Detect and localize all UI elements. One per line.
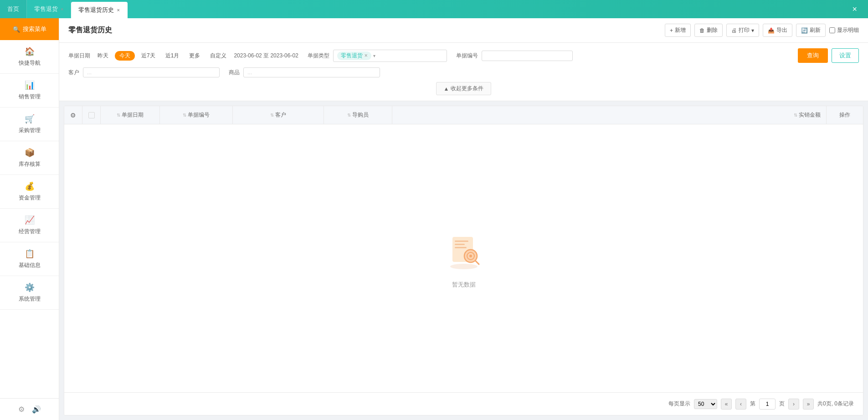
sidebar-item-quick-nav[interactable]: 🏠 快捷导航 <box>0 40 59 74</box>
date-btn-1month[interactable]: 近1月 <box>162 51 183 61</box>
sidebar-item-purchase[interactable]: 🛒 采购管理 <box>0 108 59 141</box>
tab-retail-return-close[interactable]: × <box>61 6 63 12</box>
doc-num-input[interactable] <box>482 51 573 61</box>
doc-type-dropdown-icon[interactable]: ▾ <box>373 53 375 58</box>
new-button[interactable]: + 新增 <box>665 24 691 37</box>
sidebar-item-quick-nav-label: 快捷导航 <box>19 59 41 67</box>
empty-icon <box>441 228 487 273</box>
date-btn-custom[interactable]: 自定义 <box>206 51 230 61</box>
last-page-button[interactable]: » <box>803 399 814 410</box>
svg-rect-4 <box>455 247 467 248</box>
search-icon: 🔍 <box>13 26 20 33</box>
tab-retail-return-label: 零售退货 <box>34 5 58 13</box>
display-detail-checkbox[interactable] <box>829 27 835 33</box>
close-app-button[interactable]: × <box>848 5 861 14</box>
print-dropdown-icon: ▾ <box>751 27 754 34</box>
sidebar-item-system-label: 系统管理 <box>19 295 41 303</box>
empty-text: 暂无数据 <box>452 281 476 289</box>
top-bar-right: × <box>848 5 868 14</box>
th-date: ⇅ 单据日期 <box>101 106 160 124</box>
th-date-sort-icon[interactable]: ⇅ <box>117 113 120 118</box>
svg-rect-2 <box>455 241 468 242</box>
tab-home[interactable]: 首页 <box>0 0 27 18</box>
refresh-button[interactable]: 🔄 刷新 <box>796 24 826 37</box>
page-number-input[interactable] <box>759 399 776 410</box>
sidebar-item-finance[interactable]: 💰 资金管理 <box>0 175 59 209</box>
sidebar-item-sales[interactable]: 📊 销售管理 <box>0 74 59 108</box>
export-label: 导出 <box>776 26 787 34</box>
tab-retail-return-history[interactable]: 零售退货历史 × <box>71 2 127 18</box>
th-guide-sort-icon[interactable]: ⇅ <box>347 113 351 118</box>
sidebar: 🔍 搜索菜单 🏠 快捷导航 📊 销售管理 🛒 采购管理 📦 库存核算 💰 <box>0 18 59 420</box>
display-detail-checkbox-wrapper[interactable]: 显示明细 <box>829 26 859 34</box>
th-ops: 操作 <box>827 106 863 124</box>
query-button[interactable]: 查询 <box>798 48 828 63</box>
svg-line-7 <box>476 261 479 264</box>
first-page-button[interactable]: « <box>721 399 732 410</box>
doc-num-label: 单据编号 <box>456 52 478 60</box>
print-button[interactable]: 🖨 打印 ▾ <box>726 24 759 37</box>
th-settings[interactable]: ⚙ <box>64 106 82 124</box>
data-table: ⚙ ⇅ 单据日期 ⇅ 单据编号 ⇅ 客户 ⇅ <box>64 106 863 415</box>
prev-page-button[interactable]: ‹ <box>735 399 746 410</box>
collapse-label: 收起更多条件 <box>451 85 483 92</box>
doc-type-tag-label: 零售退货 <box>341 52 363 60</box>
doc-type-tag: 零售退货 × <box>337 51 371 60</box>
sidebar-bottom: ⚙ 🔊 <box>0 398 59 420</box>
th-date-label: 单据日期 <box>122 111 144 119</box>
page-size-select[interactable]: 10 20 50 100 <box>694 399 717 409</box>
sidebar-item-operations-label: 经营管理 <box>19 228 41 236</box>
refresh-icon: 🔄 <box>801 27 808 34</box>
delete-icon: 🗑 <box>699 27 705 34</box>
sidebar-item-system[interactable]: ⚙️ 系统管理 <box>0 276 59 310</box>
finance-icon: 💰 <box>25 181 35 191</box>
sidebar-item-inventory[interactable]: 📦 库存核算 <box>0 141 59 175</box>
collapse-button[interactable]: ▲ 收起更多条件 <box>436 82 492 95</box>
delete-button[interactable]: 🗑 删除 <box>694 24 723 37</box>
date-btn-7days[interactable]: 近7天 <box>138 51 159 61</box>
th-docnum: ⇅ 单据编号 <box>160 106 233 124</box>
export-button[interactable]: 📤 导出 <box>763 24 792 37</box>
settings-button[interactable]: 设置 <box>832 48 859 63</box>
customer-input[interactable]: ... <box>83 67 220 77</box>
th-customer: ⇅ 客户 <box>233 106 324 124</box>
date-btn-more[interactable]: 更多 <box>185 51 204 61</box>
column-settings-icon[interactable]: ⚙ <box>70 112 76 119</box>
goods-input[interactable]: ... <box>243 67 380 77</box>
sidebar-item-inventory-label: 库存核算 <box>19 160 41 168</box>
th-guide-label: 导购员 <box>352 111 369 119</box>
sidebar-sound-button[interactable]: 🔊 <box>32 405 41 414</box>
date-btn-yesterday[interactable]: 昨天 <box>94 51 112 61</box>
filter-area: 单据日期 昨天 今天 近7天 近1月 更多 自定义 2023-06-02 至 2… <box>59 43 868 101</box>
sidebar-settings-button[interactable]: ⚙ <box>18 405 25 414</box>
th-amount-sort-icon[interactable]: ⇅ <box>794 113 797 118</box>
select-all-checkbox[interactable] <box>88 112 95 118</box>
top-bar: 首页 零售退货 × 零售退货历史 × × <box>0 0 868 18</box>
sidebar-item-operations[interactable]: 📈 经营管理 <box>0 209 59 242</box>
operations-icon: 📈 <box>25 215 35 225</box>
doc-type-label: 单据类型 <box>308 52 329 60</box>
th-docnum-sort-icon[interactable]: ⇅ <box>183 113 186 118</box>
th-customer-sort-icon[interactable]: ⇅ <box>270 113 274 118</box>
sidebar-items: 🏠 快捷导航 📊 销售管理 🛒 采购管理 📦 库存核算 💰 资金管理 📈 <box>0 40 59 398</box>
inventory-icon: 📦 <box>25 148 35 158</box>
doc-type-input[interactable]: 零售退货 × ▾ <box>333 50 447 62</box>
search-menu-button[interactable]: 🔍 搜索菜单 <box>0 18 59 40</box>
svg-point-0 <box>450 264 478 269</box>
sidebar-item-basic-info[interactable]: 📋 基础信息 <box>0 242 59 276</box>
system-icon: ⚙️ <box>25 282 35 292</box>
tab-retail-return[interactable]: 零售退货 × <box>27 0 71 18</box>
delete-label: 删除 <box>707 26 718 34</box>
total-info: 共0页, 0条记录 <box>817 400 854 408</box>
sidebar-item-basic-info-label: 基础信息 <box>19 261 41 269</box>
sidebar-item-finance-label: 资金管理 <box>19 194 41 202</box>
search-menu-label: 搜索菜单 <box>23 25 46 33</box>
page-header: 零售退货历史 + 新增 🗑 删除 🖨 打印 ▾ 📤 导出 <box>59 18 868 43</box>
date-btn-today[interactable]: 今天 <box>115 51 135 61</box>
th-checkbox <box>82 106 101 124</box>
svg-rect-3 <box>455 244 465 245</box>
doc-type-tag-close[interactable]: × <box>365 52 368 59</box>
goods-placeholder: ... <box>247 69 252 76</box>
tab-retail-return-history-close[interactable]: × <box>117 7 119 13</box>
next-page-button[interactable]: › <box>788 399 799 410</box>
